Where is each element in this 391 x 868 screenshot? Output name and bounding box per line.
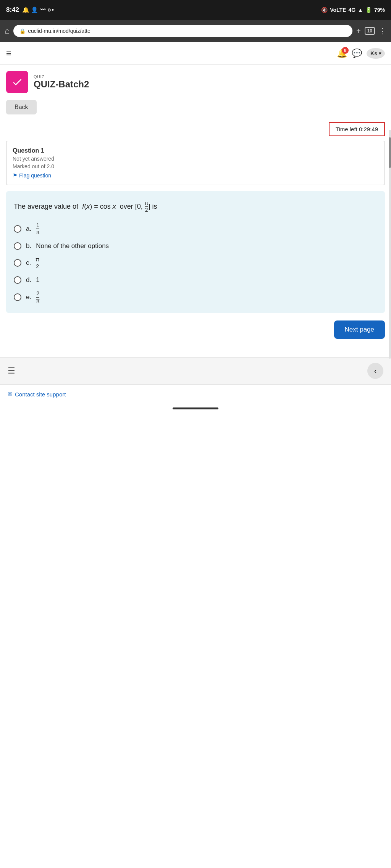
flag-label: Flag question <box>19 172 51 179</box>
option-b-value: None of the other options <box>36 242 109 250</box>
browser-actions: + 10 ⋮ <box>356 26 386 35</box>
footer: ✉ Contact site support <box>0 384 391 404</box>
radio-d[interactable] <box>14 276 21 284</box>
next-page-container: Next page <box>6 320 385 339</box>
question-status: Not yet answered <box>13 156 378 162</box>
signal-bars: ▲ <box>358 7 363 13</box>
notifications-bell[interactable]: 🔔 8 <box>337 48 347 58</box>
option-d[interactable]: d. 1 <box>14 276 377 284</box>
chevron-down-icon: ▾ <box>379 51 381 56</box>
lte-label: VoLTE <box>330 7 346 13</box>
timer-container: Time left 0:29:49 <box>6 122 385 136</box>
radio-e[interactable] <box>14 293 21 301</box>
quiz-header: QUIZ QUIZ-Batch2 <box>6 71 385 93</box>
option-e-value: 2π <box>36 291 40 304</box>
user-initials: Ks <box>370 50 377 56</box>
user-avatar[interactable]: Ks ▾ <box>367 48 385 59</box>
option-b-label: b. <box>26 242 31 250</box>
quiz-label: QUIZ <box>34 74 89 79</box>
notification-badge: 8 <box>342 47 349 54</box>
question-text: The average value of f(x) = cos x over [… <box>14 200 377 213</box>
radio-b[interactable] <box>14 242 21 250</box>
mute-icon: 🔇 <box>321 7 328 13</box>
next-page-button[interactable]: Next page <box>334 320 385 339</box>
chat-icon[interactable]: 💬 <box>352 48 362 58</box>
flag-icon: ⚑ <box>13 172 18 179</box>
bottom-nav: ☰ ‹ <box>0 357 391 384</box>
main-content: QUIZ QUIZ-Batch2 Back Time left 0:29:49 … <box>0 65 391 354</box>
tab-count[interactable]: 10 <box>365 27 375 35</box>
back-nav-button[interactable]: ‹ <box>367 363 383 379</box>
radio-a[interactable] <box>14 225 21 233</box>
lock-icon: 🔒 <box>19 28 26 34</box>
battery-percent: 79% <box>374 7 385 13</box>
option-e-label: e. <box>26 293 31 301</box>
option-a-value: 1π <box>36 222 40 235</box>
option-c-value: π2 <box>36 257 39 270</box>
hamburger-icon[interactable]: ≡ <box>6 48 11 59</box>
signal-4g: 4G <box>348 7 355 13</box>
option-e[interactable]: e. 2π <box>14 291 377 304</box>
plus-icon[interactable]: + <box>356 27 361 35</box>
nav-bar: ≡ 🔔 8 💬 Ks ▾ <box>0 42 391 65</box>
options-list: a. 1π b. None of the other options c. <box>14 222 377 304</box>
question-number: Question 1 <box>13 147 378 154</box>
option-d-value: 1 <box>36 276 39 284</box>
status-time: 8:42 <box>6 6 19 14</box>
signal-icons: 🔔 👤 〰 ⊙ • <box>22 6 54 13</box>
option-c-label: c. <box>26 259 31 267</box>
home-indicator <box>0 404 391 413</box>
more-icon[interactable]: ⋮ <box>379 26 386 35</box>
scroll-thumb[interactable] <box>389 137 391 168</box>
chevron-left-icon: ‹ <box>374 367 376 375</box>
envelope-icon: ✉ <box>8 391 13 398</box>
status-bar: 8:42 🔔 👤 〰 ⊙ • 🔇 VoLTE 4G ▲ 🔋 79% <box>0 0 391 20</box>
option-d-label: d. <box>26 276 31 284</box>
option-a-label: a. <box>26 225 31 233</box>
quiz-icon <box>6 71 28 93</box>
timer-box: Time left 0:29:49 <box>329 122 385 136</box>
option-b[interactable]: b. None of the other options <box>14 242 377 250</box>
question-card: Question 1 Not yet answered Marked out o… <box>6 141 385 185</box>
home-button[interactable]: ⌂ <box>5 26 10 36</box>
address-bar[interactable]: 🔒 euclid-mu.in/mod/quiz/atte <box>13 25 352 37</box>
option-c[interactable]: c. π2 <box>14 257 377 270</box>
browser-bar: ⌂ 🔒 euclid-mu.in/mod/quiz/atte + 10 ⋮ <box>0 20 391 42</box>
question-mark: Marked out of 2.0 <box>13 163 378 169</box>
radio-c[interactable] <box>14 259 21 267</box>
contact-label: Contact site support <box>15 391 66 398</box>
menu-list-icon[interactable]: ☰ <box>8 366 15 376</box>
url-text: euclid-mu.in/mod/quiz/atte <box>28 28 90 34</box>
back-button[interactable]: Back <box>6 100 37 114</box>
home-bar <box>173 407 218 409</box>
battery-icon: 🔋 <box>365 7 372 13</box>
flag-question-button[interactable]: ⚑ Flag question <box>13 172 378 179</box>
contact-support-link[interactable]: ✉ Contact site support <box>8 391 66 398</box>
question-content: The average value of f(x) = cos x over [… <box>6 191 385 313</box>
option-a[interactable]: a. 1π <box>14 222 377 235</box>
quiz-title: QUIZ-Batch2 <box>34 79 89 90</box>
scroll-track[interactable] <box>389 130 391 359</box>
quiz-title-block: QUIZ QUIZ-Batch2 <box>34 74 89 90</box>
